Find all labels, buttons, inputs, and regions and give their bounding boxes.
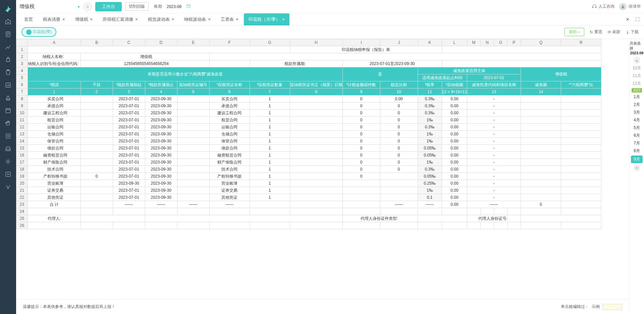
company-selector[interactable]: 增值税 ▾ <box>19 3 80 10</box>
subtab-stamp-quarterly[interactable]: 印花税(季) <box>21 27 56 37</box>
nav-home-icon[interactable] <box>5 18 11 25</box>
nav-clipboard-icon[interactable] <box>5 69 11 76</box>
month-panel-title: 月份选择 <box>630 41 644 51</box>
workspace-button[interactable]: 工作台 <box>95 2 122 11</box>
refresh-button[interactable]: ⟳ 刷新 <box>608 29 621 35</box>
svg-point-9 <box>622 5 624 7</box>
username: 徐泽华 <box>629 4 641 9</box>
month-1月[interactable]: 1月 <box>630 93 644 101</box>
example-label: 示例 <box>592 304 600 310</box>
switch-old-button[interactable]: 切到旧版 <box>125 2 149 11</box>
month-2月[interactable]: 2月 <box>630 101 644 109</box>
download-button[interactable]: ⤓ 下载 <box>626 29 639 35</box>
tab-close-icon[interactable]: × <box>135 17 138 22</box>
month-4月[interactable]: 4月 <box>630 116 644 124</box>
tab-工资表[interactable]: 工资表× <box>216 13 243 25</box>
month-3月[interactable]: 3月 <box>630 109 644 116</box>
month-10月[interactable]: 10月 <box>633 64 641 72</box>
calendar-icon[interactable] <box>186 4 191 9</box>
tab-close-icon[interactable]: × <box>282 17 285 22</box>
side-nav <box>0 0 16 314</box>
month-panel: 月份选择 2023.09 ▲ 10月11月12月 2023 1月2月3月4月5月… <box>629 39 644 314</box>
reset-button[interactable]: ↻ 重置 <box>590 29 602 35</box>
user-menu[interactable]: 徐泽华 <box>619 3 641 10</box>
tab-增值税[interactable]: 增值税× <box>70 13 98 25</box>
svg-rect-8 <box>187 5 190 8</box>
period-label: 账期 <box>154 4 162 9</box>
svg-rect-4 <box>6 109 10 113</box>
spreadsheet[interactable]: ABCDEFGHIJKLMNOPQR1印花税纳税申报（报告）表2纳税人名称:增值… <box>16 39 601 229</box>
tab-close-icon[interactable]: × <box>236 17 238 22</box>
footer-bar: 温馨提示：本表供参考，请认真核对数据后再上报！ 单元格编辑过： 示例 <box>16 299 629 314</box>
qichu-button[interactable]: 期初▾ <box>565 28 584 36</box>
month-8月[interactable]: 8月 <box>630 147 644 155</box>
svg-point-6 <box>7 161 9 163</box>
topbar: 增值税 ▾ 工作台 切到旧版 账期 2023-09 人工咨询 徐泽华 <box>16 0 644 13</box>
month-9月[interactable]: 9月 <box>631 155 643 163</box>
nav-hand-icon[interactable] <box>5 120 11 127</box>
footer-tip: 温馨提示：本表供参考，请认真核对数据后再上报！ <box>23 304 115 310</box>
tab-纳税波动表[interactable]: 纳税波动表× <box>179 13 215 25</box>
nav-play-icon[interactable] <box>5 171 11 178</box>
cell-edit-label: 单元格编辑过： <box>561 304 589 310</box>
tab-close-icon[interactable]: × <box>172 17 174 22</box>
nav-doc-icon[interactable] <box>5 31 11 38</box>
close-tab-icon[interactable]: ✕ <box>625 16 631 22</box>
app-logo-icon <box>3 3 13 12</box>
nav-chart-icon[interactable] <box>5 44 11 50</box>
nav-bag-icon[interactable] <box>5 56 11 63</box>
subtab-label: 印花税(季) <box>33 29 52 35</box>
nav-calendar-icon[interactable] <box>5 107 11 114</box>
month-5月[interactable]: 5月 <box>630 124 644 132</box>
month-panel-current: 2023.09 <box>630 51 644 55</box>
month-7月[interactable]: 7月 <box>630 139 644 147</box>
nav-inbox-icon[interactable] <box>5 145 11 152</box>
tab-所得税汇算清缴[interactable]: 所得税汇算清缴× <box>98 13 143 25</box>
tab-税负波动表[interactable]: 税负波动表× <box>143 13 179 25</box>
period-value: 2023-09 <box>167 4 181 9</box>
tab-税表清册[interactable]: 税表清册× <box>38 13 70 25</box>
tab-close-icon[interactable]: × <box>208 17 211 22</box>
tab-印花税（月/季）[interactable]: 印花税（月/季）× <box>244 13 289 25</box>
company-name: 增值税 <box>19 3 35 10</box>
example-swatch <box>602 304 623 310</box>
tab-close-icon[interactable]: × <box>62 17 65 22</box>
collapse-icon[interactable] <box>83 2 92 11</box>
chevron-down-icon: ▾ <box>77 4 80 9</box>
tab-close-icon[interactable]: × <box>90 17 93 22</box>
nav-v-icon[interactable] <box>5 184 11 190</box>
avatar-icon <box>619 3 627 10</box>
year-tag: 2023 <box>632 88 642 92</box>
tabs-bar: 首页税表清册×增值税×所得税汇算清缴×税负波动表×纳税波动表×工资表×印花税（月… <box>16 13 644 25</box>
nav-export-icon[interactable] <box>5 133 11 139</box>
month-12月[interactable]: 12月 <box>633 80 641 87</box>
nav-report-icon[interactable] <box>5 82 11 88</box>
tab-首页[interactable]: 首页 <box>19 13 38 25</box>
month-up-icon[interactable]: ▲ <box>634 57 640 64</box>
month-down-icon[interactable]: ▼ <box>634 165 640 171</box>
nav-stamp-icon[interactable] <box>5 95 11 101</box>
month-6月[interactable]: 6月 <box>630 132 644 139</box>
month-11月[interactable]: 11月 <box>633 72 641 80</box>
expand-icon[interactable]: ⛶ <box>634 16 641 22</box>
subtabs-bar: 印花税(季) 期初▾ ↻ 重置 ⟳ 刷新 ⤓ 下载 <box>16 25 644 39</box>
consult-button[interactable]: 人工咨询 <box>592 4 614 9</box>
consult-label: 人工咨询 <box>598 4 614 9</box>
nav-gear-icon[interactable] <box>5 158 11 165</box>
